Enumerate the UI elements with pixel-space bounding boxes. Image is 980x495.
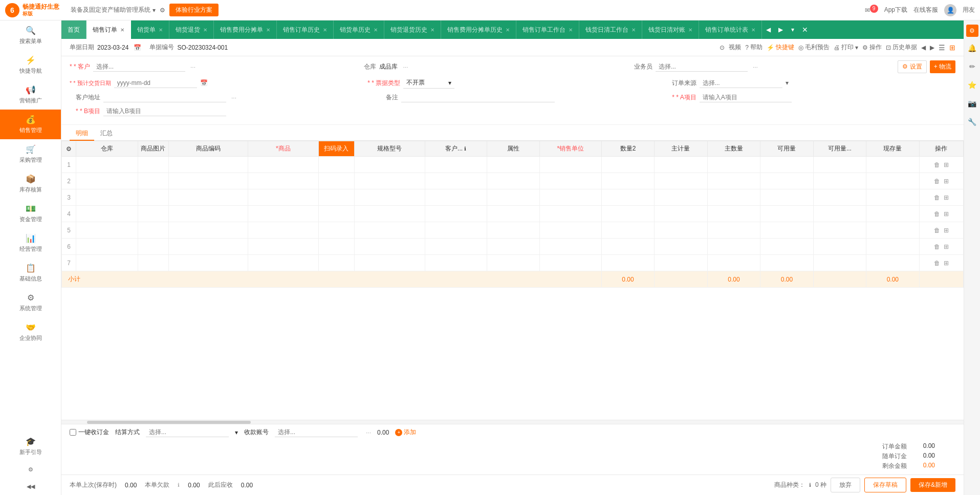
online-service-link[interactable]: 在线客服 bbox=[913, 6, 938, 14]
add-material-btn[interactable]: + 物流 bbox=[930, 60, 955, 73]
row-6-delete-icon[interactable]: 🗑 bbox=[934, 243, 940, 250]
row-2-product[interactable] bbox=[248, 173, 318, 189]
payment-dropdown-icon[interactable]: ▾ bbox=[235, 429, 238, 436]
add-payment-btn[interactable]: + 添加 bbox=[395, 428, 416, 437]
row-3-qty2[interactable] bbox=[601, 189, 654, 206]
row-4-copy-icon[interactable]: ⊞ bbox=[944, 210, 949, 218]
row-1-avail[interactable] bbox=[760, 157, 813, 173]
row-1-img[interactable] bbox=[138, 157, 168, 173]
row-1-avail2[interactable] bbox=[813, 157, 866, 173]
sidebar-item-marketing[interactable]: 📢 营销推广 bbox=[0, 80, 61, 110]
row-5-customer[interactable] bbox=[425, 222, 487, 239]
row-6-warehouse[interactable] bbox=[76, 239, 138, 255]
row-3-product[interactable] bbox=[248, 189, 318, 206]
order-source-input[interactable] bbox=[700, 78, 782, 88]
row-4-customer[interactable] bbox=[425, 206, 487, 222]
row-2-stock[interactable] bbox=[866, 173, 919, 189]
discard-button[interactable]: 放弃 bbox=[831, 478, 860, 492]
row-4-ops[interactable]: 🗑 ⊞ bbox=[919, 206, 963, 222]
row-5-delete-icon[interactable]: 🗑 bbox=[934, 227, 940, 234]
row-1-unit[interactable] bbox=[540, 157, 602, 173]
row-4-qty2[interactable] bbox=[601, 206, 654, 222]
row-2-scan[interactable] bbox=[318, 173, 354, 189]
address-more-btn[interactable]: ··· bbox=[231, 94, 236, 101]
row-4-unit[interactable] bbox=[540, 206, 602, 222]
row-7-product[interactable] bbox=[248, 255, 318, 271]
row-7-main-qty[interactable] bbox=[707, 255, 760, 271]
right-icon-6[interactable]: 🔧 bbox=[965, 115, 979, 129]
staff-input[interactable] bbox=[656, 62, 748, 72]
row-3-ops[interactable]: 🗑 ⊞ bbox=[919, 189, 963, 206]
sidebar-settings-btn[interactable]: ⚙ bbox=[0, 461, 61, 478]
row-6-spec[interactable] bbox=[354, 239, 425, 255]
quick-order-checkbox[interactable] bbox=[70, 429, 76, 436]
tab-close-sales-order[interactable]: ✕ bbox=[120, 27, 124, 33]
tab-detail[interactable]: 明细 bbox=[70, 127, 94, 141]
row-5-qty2[interactable] bbox=[601, 222, 654, 239]
shortcut-btn[interactable]: ⚡ 快捷键 bbox=[767, 43, 794, 52]
sidebar-item-sales[interactable]: 💰 销售管理 bbox=[0, 110, 61, 139]
row-7-copy-icon[interactable]: ⊞ bbox=[944, 260, 949, 267]
table-scrollbar[interactable] bbox=[61, 420, 964, 424]
row-6-qty2[interactable] bbox=[601, 239, 654, 255]
row-6-attr[interactable] bbox=[487, 239, 539, 255]
row-1-spec[interactable] bbox=[354, 157, 425, 173]
right-icon-1[interactable]: ⚙ bbox=[966, 25, 978, 37]
tab-daily-workbench[interactable]: 钱货日清工作台 ✕ bbox=[579, 20, 642, 39]
row-2-attr[interactable] bbox=[487, 173, 539, 189]
row-7-unit[interactable] bbox=[540, 255, 602, 271]
sidebar-item-search[interactable]: 🔍 搜索菜单 bbox=[0, 20, 61, 50]
tab-invoice-history[interactable]: 销货单历史 ✕ bbox=[334, 20, 384, 39]
row-7-delete-icon[interactable]: 🗑 bbox=[934, 260, 940, 267]
row-4-stock[interactable] bbox=[866, 206, 919, 222]
row-5-product[interactable] bbox=[248, 222, 318, 239]
row-7-img[interactable] bbox=[138, 255, 168, 271]
tab-close-8[interactable]: ✕ bbox=[506, 27, 510, 33]
scrollbar-thumb[interactable] bbox=[87, 421, 251, 424]
row-4-code[interactable] bbox=[168, 206, 248, 222]
tab-sales-order[interactable]: 销售订单 ✕ bbox=[86, 20, 131, 39]
row-3-code[interactable] bbox=[168, 189, 248, 206]
tile-view-btn[interactable]: ⊞ bbox=[949, 44, 955, 52]
tab-prev-btn[interactable]: ◀ bbox=[762, 20, 774, 39]
sidebar-item-system[interactable]: ⚙ 系统管理 bbox=[0, 288, 61, 317]
row-3-scan[interactable] bbox=[318, 189, 354, 206]
invoice-select[interactable]: 不开票 ▾ bbox=[403, 77, 454, 89]
row-2-spec[interactable] bbox=[354, 173, 425, 189]
row-7-avail[interactable] bbox=[760, 255, 813, 271]
row-6-customer[interactable] bbox=[425, 239, 487, 255]
row-5-img[interactable] bbox=[138, 222, 168, 239]
row-4-product[interactable] bbox=[248, 206, 318, 222]
settings-right-btn[interactable]: ⚙ 设置 bbox=[898, 60, 926, 73]
tab-close-all-btn[interactable]: ✕ bbox=[799, 20, 811, 39]
tab-fee-history[interactable]: 销售费用分摊单历史 ✕ bbox=[441, 20, 516, 39]
row-6-avail2[interactable] bbox=[813, 239, 866, 255]
row-4-avail2[interactable] bbox=[813, 206, 866, 222]
row-7-ops[interactable]: 🗑 ⊞ bbox=[919, 255, 963, 271]
help-btn[interactable]: ? 帮助 bbox=[745, 43, 763, 52]
tab-close-3[interactable]: ✕ bbox=[203, 27, 207, 33]
row-2-avail2[interactable] bbox=[813, 173, 866, 189]
row-5-avail[interactable] bbox=[760, 222, 813, 239]
row-1-main-qty[interactable] bbox=[707, 157, 760, 173]
row-1-product[interactable] bbox=[248, 157, 318, 173]
row-4-main-qty[interactable] bbox=[707, 206, 760, 222]
tab-close-11[interactable]: ✕ bbox=[688, 27, 692, 33]
row-1-attr[interactable] bbox=[487, 157, 539, 173]
row-4-spec[interactable] bbox=[354, 206, 425, 222]
sidebar-item-inventory[interactable]: 📦 库存核算 bbox=[0, 169, 61, 199]
row-2-main-qty[interactable] bbox=[707, 173, 760, 189]
row-4-attr[interactable] bbox=[487, 206, 539, 222]
row-7-customer[interactable] bbox=[425, 255, 487, 271]
tab-close-10[interactable]: ✕ bbox=[631, 27, 636, 33]
tab-close-7[interactable]: ✕ bbox=[430, 27, 434, 33]
row-3-spec[interactable] bbox=[354, 189, 425, 206]
sidebar-item-operations[interactable]: 📊 经营管理 bbox=[0, 228, 61, 258]
account-more-btn[interactable]: ··· bbox=[366, 429, 371, 436]
row-1-warehouse[interactable] bbox=[76, 157, 138, 173]
row-3-delete-icon[interactable]: 🗑 bbox=[934, 194, 940, 201]
row-6-stock[interactable] bbox=[866, 239, 919, 255]
row-6-product[interactable] bbox=[248, 239, 318, 255]
row-2-customer[interactable] bbox=[425, 173, 487, 189]
row-7-avail2[interactable] bbox=[813, 255, 866, 271]
